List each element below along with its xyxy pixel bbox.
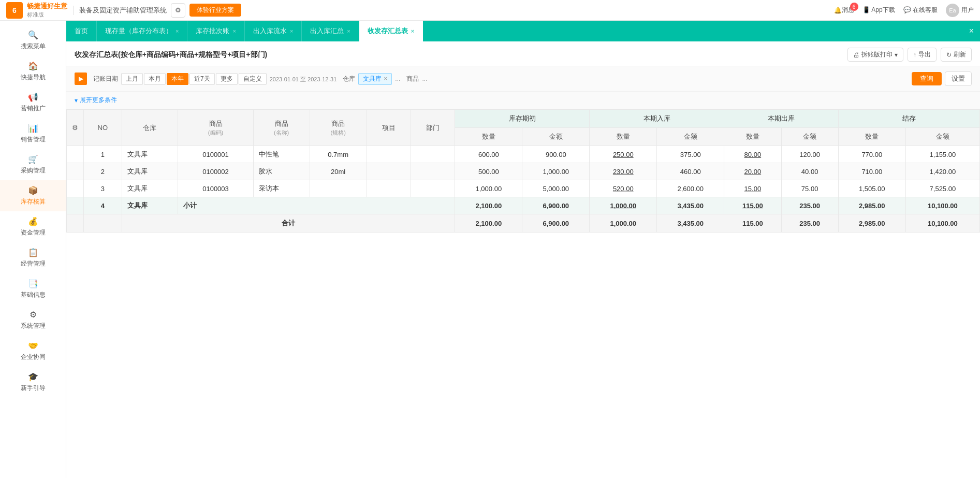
row-out-amount: 120.00: [781, 146, 838, 163]
sidebar-item-purchase[interactable]: 🛒 采购管理: [0, 149, 66, 180]
col-out-qty: 数量: [724, 128, 781, 146]
tab-receive-summary[interactable]: 收发存汇总表 ×: [359, 21, 423, 41]
row-no: 2: [84, 163, 122, 180]
print-button[interactable]: 🖨 拆账版打印 ▾: [847, 48, 903, 62]
online-service[interactable]: 💬 在线客服: [903, 6, 938, 15]
date-filter-label: 记账日期: [93, 75, 118, 83]
top-bar-right: 🔔 6 消息 📱 App下载 💬 在线客服 Ea 用户: [834, 4, 974, 17]
sidebar-item-label: 基础信息: [21, 291, 46, 299]
tab-inout-flow[interactable]: 出入库流水 ×: [245, 21, 302, 41]
close-inout-flow-icon[interactable]: ×: [290, 28, 293, 34]
page-header: 收发存汇总表(按仓库+商品编码+商品+规格型号+项目+部门) 🖨 拆账版打印 ▾…: [66, 41, 980, 66]
row-in-qty[interactable]: 520.00: [590, 180, 657, 197]
filter-toggle-btn[interactable]: ▶: [75, 73, 87, 85]
warehouse-tag[interactable]: 文具库 ×: [358, 73, 392, 85]
user-info[interactable]: Ea 用户: [946, 4, 974, 17]
tab-stock-dist[interactable]: 现存量（库存分布表） ×: [97, 21, 187, 41]
chevron-down-icon: ▾: [895, 51, 898, 59]
operations-icon: 📋: [28, 248, 38, 257]
search-icon: 🔍: [28, 30, 38, 40]
row-out-qty[interactable]: 20.00: [724, 163, 781, 180]
page-title: 收发存汇总表(按仓库+商品编码+商品+规格型号+项目+部门): [75, 50, 267, 60]
footer-label-cell: 合计: [122, 214, 455, 233]
close-all-tabs-icon[interactable]: ×: [969, 26, 974, 36]
footer-opening-amount: 6,900.00: [522, 214, 590, 233]
expand-more-btn[interactable]: ▾ 展开更多条件: [75, 96, 972, 105]
sidebar-item-enterprise[interactable]: 🤝 企业协同: [0, 336, 66, 367]
footer-in-amount: 3,435.00: [657, 214, 724, 233]
expand-label: 展开更多条件: [80, 96, 117, 105]
date-btn-more[interactable]: 更多: [216, 73, 238, 85]
messages-wrap[interactable]: 🔔 6 消息: [834, 6, 854, 15]
row-out-qty[interactable]: 80.00: [724, 146, 781, 163]
sidebar-item-sales[interactable]: 📊 销售管理: [0, 118, 66, 149]
subtotal-row: 4 文具库 小计 2,100.00 6,900.00 1,000.00 3,43…: [67, 197, 980, 214]
warehouse-more-btn[interactable]: ...: [395, 75, 400, 82]
export-button[interactable]: ↑ 导出: [908, 48, 937, 62]
row-goods-name: 胶水: [253, 163, 310, 180]
row-out-qty[interactable]: 15.00: [724, 180, 781, 197]
close-inout-summary-icon[interactable]: ×: [347, 28, 350, 34]
tab-inout-summary[interactable]: 出入库汇总 ×: [302, 21, 359, 41]
brand-info: 畅捷通好生意 标准版: [27, 2, 67, 19]
row-balance-amount: 1,420.00: [905, 163, 979, 180]
col-settings[interactable]: ⚙: [67, 110, 84, 146]
row-goods-name: 中性笔: [253, 146, 310, 163]
sidebar-item-label: 库存核算: [21, 197, 46, 206]
sidebar-item-label: 采购管理: [21, 166, 46, 175]
tab-bar: 首页 现存量（库存分布表） × 库存批次账 × 出入库流水 × 出入库汇总 × …: [66, 21, 980, 41]
row-opening-qty: 500.00: [455, 163, 522, 180]
row-balance-amount: 7,525.00: [905, 180, 979, 197]
subtotal-out-amount: 235.00: [781, 197, 838, 214]
close-receive-summary-icon[interactable]: ×: [411, 28, 414, 34]
subtotal-in-qty[interactable]: 1,000.00: [590, 197, 657, 214]
table-wrap: ⚙ NO 仓库 商品(编码) 商品(名称) 商品(规格) 项目 部门 库存期初 …: [66, 109, 980, 478]
sidebar-item-system[interactable]: ⚙ 系统管理: [0, 305, 66, 336]
row-dept: [411, 163, 455, 180]
sidebar-item-label: 营销推广: [21, 104, 46, 113]
tab-batch[interactable]: 库存批次账 ×: [187, 21, 244, 41]
date-btn-lastmonth[interactable]: 上月: [121, 73, 143, 85]
sidebar: 🔍 搜索菜单 🏠 快捷导航 📢 营销推广 📊 销售管理 🛒 采购管理 📦 库存核…: [0, 21, 66, 478]
footer-settings-cell: [67, 214, 84, 233]
avatar: Ea: [946, 4, 959, 17]
setting-btn[interactable]: 设置: [945, 71, 972, 86]
sidebar-item-label: 新手引导: [21, 384, 46, 393]
sidebar-item-beginner[interactable]: 🎓 新手引导: [0, 367, 66, 398]
col-balance-amount: 金额: [905, 128, 979, 146]
row-in-qty[interactable]: 230.00: [590, 163, 657, 180]
close-batch-icon[interactable]: ×: [232, 28, 236, 34]
search-btn[interactable]: 查询: [912, 72, 942, 85]
marketing-icon: 📢: [28, 92, 38, 102]
subtotal-out-qty[interactable]: 115.00: [724, 197, 781, 214]
row-in-qty[interactable]: 250.00: [590, 146, 657, 163]
date-btn-thisyear[interactable]: 本年: [167, 73, 188, 85]
industry-btn[interactable]: 体验行业方案: [189, 4, 241, 17]
sidebar-item-marketing[interactable]: 📢 营销推广: [0, 87, 66, 118]
date-btn-custom[interactable]: 自定义: [239, 73, 267, 85]
subtotal-in-amount: 3,435.00: [657, 197, 724, 214]
subtotal-label: 小计: [178, 197, 455, 214]
date-btn-thismonth[interactable]: 本月: [144, 73, 166, 85]
sidebar-item-baseinfo[interactable]: 📑 基础信息: [0, 273, 66, 305]
goods-more-btn[interactable]: ...: [422, 75, 427, 82]
app-download[interactable]: 📱 App下载: [862, 6, 895, 15]
col-period-in: 本期入库: [590, 110, 724, 128]
close-stock-dist-icon[interactable]: ×: [175, 28, 179, 34]
tab-home[interactable]: 首页: [66, 21, 97, 41]
warehouse-tag-close-icon[interactable]: ×: [384, 75, 387, 82]
sidebar-item-inventory[interactable]: 📦 库存核算: [0, 180, 66, 211]
sidebar-item-finance[interactable]: 💰 资金管理: [0, 211, 66, 242]
settings-gear-icon[interactable]: ⚙: [171, 3, 185, 18]
sidebar-item-quicknav[interactable]: 🏠 快捷导航: [0, 56, 66, 87]
row-goods-spec: [310, 180, 367, 197]
date-filter-group: 记账日期 上月 本月 本年 近7天 更多 自定义 2023-01-01 至 20…: [93, 73, 337, 85]
page-content: 收发存汇总表(按仓库+商品编码+商品+规格型号+项目+部门) 🖨 拆账版打印 ▾…: [66, 41, 980, 478]
sidebar-item-search[interactable]: 🔍 搜索菜单: [0, 25, 66, 56]
date-btn-7days[interactable]: 近7天: [189, 73, 215, 85]
sidebar-item-operations[interactable]: 📋 经营管理: [0, 242, 66, 273]
beginner-icon: 🎓: [28, 372, 38, 382]
refresh-button[interactable]: ↻ 刷新: [941, 48, 972, 62]
messages-badge: 6: [850, 3, 858, 11]
row-opening-amount: 900.00: [522, 146, 590, 163]
